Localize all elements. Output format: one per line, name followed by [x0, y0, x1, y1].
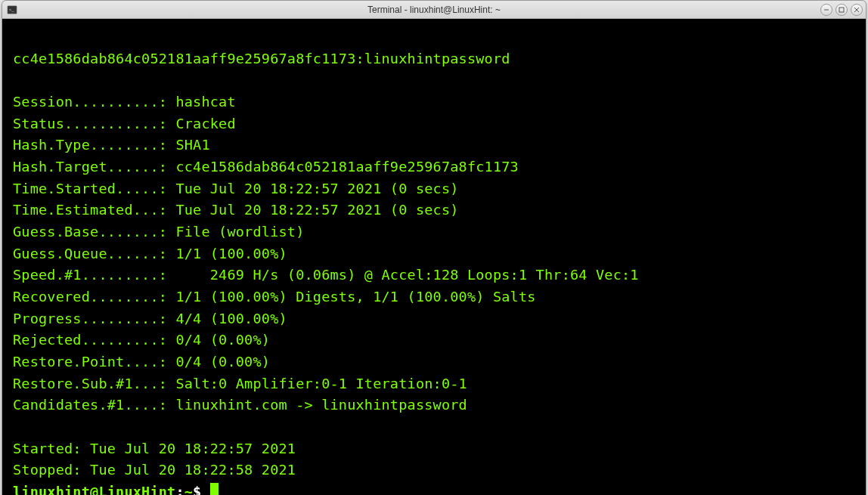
prompt-colon: :: [175, 484, 184, 495]
window-title: Terminal - linuxhint@LinuxHint: ~: [367, 5, 501, 15]
status-line: Status...........: Cracked: [13, 113, 855, 135]
time-estimated-line: Time.Estimated...: Tue Jul 20 18:22:57 2…: [13, 200, 855, 221]
speed-line: Speed.#1.........: 2469 H/s (0.06ms) @ A…: [13, 265, 855, 286]
minimize-button[interactable]: [820, 4, 832, 16]
maximize-button[interactable]: [835, 4, 848, 16]
stopped-line: Stopped: Tue Jul 20 18:22:58 2021: [13, 459, 855, 481]
prompt-line: linuxhint@LinuxHint:~$: [13, 481, 855, 495]
restore-sub-line: Restore.Sub.#1...: Salt:0 Amplifier:0-1 …: [13, 373, 855, 395]
cracked-hash-line: cc4e1586dab864c052181aaff9e25967a8fc1173…: [13, 48, 855, 70]
prompt-path: ~: [184, 484, 193, 495]
started-line: Started: Tue Jul 20 18:22:57 2021: [13, 438, 855, 460]
time-started-line: Time.Started.....: Tue Jul 20 18:22:57 2…: [13, 178, 855, 200]
titlebar[interactable]: >_ Terminal - linuxhint@LinuxHint: ~: [2, 1, 866, 19]
guess-queue-line: Guess.Queue......: 1/1 (100.00%): [13, 243, 855, 265]
hash-target-line: Hash.Target......: cc4e1586dab864c052181…: [13, 156, 855, 178]
close-button[interactable]: [851, 4, 863, 16]
progress-line: Progress.........: 4/4 (100.00%): [13, 308, 855, 330]
output-line: [13, 26, 855, 48]
terminal-body[interactable]: cc4e1586dab864c052181aaff9e25967a8fc1173…: [2, 19, 866, 495]
output-line: [13, 70, 855, 91]
terminal-app-icon: >_: [7, 5, 17, 15]
hash-type-line: Hash.Type........: SHA1: [13, 135, 855, 156]
rejected-line: Rejected.........: 0/4 (0.00%): [13, 329, 855, 351]
svg-rect-3: [839, 8, 844, 12]
svg-text:>_: >_: [9, 6, 15, 11]
prompt-dollar: $: [193, 484, 210, 495]
recovered-line: Recovered........: 1/1 (100.00%) Digests…: [13, 286, 855, 308]
candidates-line: Candidates.#1....: linuxhint.com -> linu…: [13, 394, 855, 416]
session-line: Session..........: hashcat: [13, 91, 855, 113]
cursor: [210, 483, 219, 495]
guess-base-line: Guess.Base.......: File (wordlist): [13, 221, 855, 243]
prompt-user-host: linuxhint@LinuxHint: [13, 484, 175, 495]
terminal-window: >_ Terminal - linuxhint@LinuxHint: ~ cc4…: [2, 0, 866, 495]
window-controls: [820, 4, 863, 16]
output-line: [13, 416, 855, 438]
restore-point-line: Restore.Point....: 0/4 (0.00%): [13, 351, 855, 373]
